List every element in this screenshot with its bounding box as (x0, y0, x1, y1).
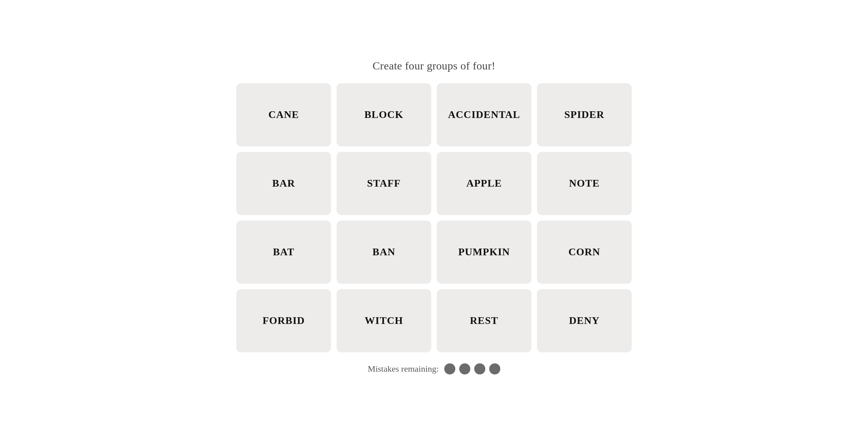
tile-rest-label: REST (470, 315, 498, 327)
tile-ban[interactable]: BAN (337, 221, 431, 284)
tile-cane[interactable]: CANE (236, 83, 331, 146)
tile-note[interactable]: NOTE (537, 152, 632, 215)
tile-staff[interactable]: STAFF (337, 152, 431, 215)
tile-accidental-label: ACCIDENTAL (448, 109, 520, 121)
tile-block-label: BLOCK (365, 109, 404, 121)
tile-spider[interactable]: SPIDER (537, 83, 632, 146)
tile-deny[interactable]: DENY (537, 289, 632, 352)
tile-apple-label: APPLE (466, 178, 502, 189)
mistake-dot-4 (489, 363, 500, 374)
tile-apple[interactable]: APPLE (437, 152, 531, 215)
tile-accidental[interactable]: ACCIDENTAL (437, 83, 531, 146)
tile-staff-label: STAFF (367, 178, 400, 189)
mistake-dot-3 (474, 363, 485, 374)
tile-cane-label: CANE (268, 109, 299, 121)
tile-rest[interactable]: REST (437, 289, 531, 352)
tile-corn[interactable]: CORN (537, 221, 632, 284)
tile-deny-label: DENY (569, 315, 600, 327)
game-subtitle: Create four groups of four! (372, 60, 495, 72)
mistakes-label: Mistakes remaining: (368, 364, 439, 374)
mistake-dot-1 (444, 363, 455, 374)
mistake-dot-2 (459, 363, 470, 374)
tile-bar[interactable]: BAR (236, 152, 331, 215)
tile-forbid[interactable]: FORBID (236, 289, 331, 352)
tile-note-label: NOTE (569, 178, 600, 189)
tile-bat-label: BAT (273, 246, 295, 258)
tile-corn-label: CORN (569, 246, 600, 258)
tile-bar-label: BAR (272, 178, 295, 189)
tile-witch[interactable]: WITCH (337, 289, 431, 352)
mistakes-area: Mistakes remaining: (368, 363, 500, 374)
tile-witch-label: WITCH (365, 315, 403, 327)
tile-forbid-label: FORBID (262, 315, 305, 327)
tile-pumpkin-label: PUMPKIN (458, 246, 510, 258)
tile-pumpkin[interactable]: PUMPKIN (437, 221, 531, 284)
tile-spider-label: SPIDER (564, 109, 604, 121)
tile-block[interactable]: BLOCK (337, 83, 431, 146)
mistakes-dots (444, 363, 500, 374)
game-container: Create four groups of four! CANEBLOCKACC… (217, 60, 651, 374)
tile-bat[interactable]: BAT (236, 221, 331, 284)
tile-grid: CANEBLOCKACCIDENTALSPIDERBARSTAFFAPPLENO… (236, 83, 632, 352)
tile-ban-label: BAN (372, 246, 395, 258)
